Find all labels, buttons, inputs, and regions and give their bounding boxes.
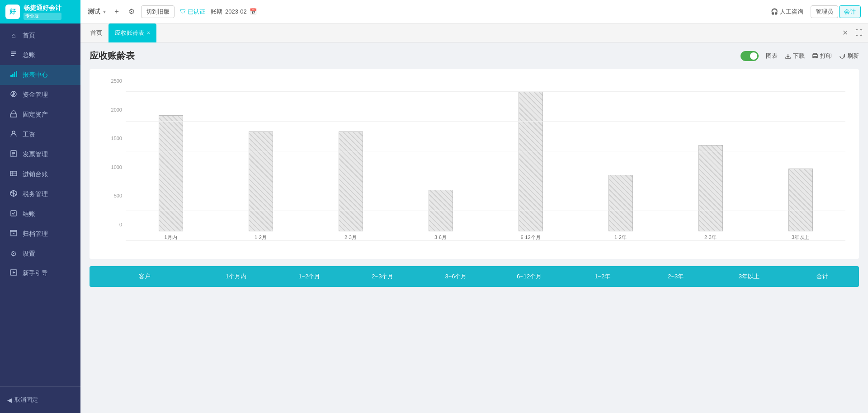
sidebar-item-label: 首页: [23, 32, 35, 40]
col-header-2-3month: 2~3个月: [346, 266, 419, 287]
sidebar-item-fund[interactable]: 资金管理: [0, 85, 80, 105]
workspace-selector[interactable]: 测试 ▾: [88, 8, 106, 16]
x-label-2-3year: 2-3年: [704, 234, 717, 241]
calendar-icon[interactable]: 📅: [250, 8, 257, 15]
tab-bar: 首页 应收账龄表 × ✕ ⛶: [80, 23, 868, 42]
sidebar-item-archive[interactable]: 归档管理: [0, 224, 80, 244]
content-area: 首页 应收账龄表 × ✕ ⛶ 应收账龄表 图表 下载: [80, 23, 868, 413]
admin-btn[interactable]: 管理员: [811, 5, 838, 18]
cancel-fixed-btn[interactable]: ◀ 取消固定: [0, 391, 80, 408]
chart-container: 0 500 1000 1500 2000 2500: [90, 69, 859, 259]
add-btn[interactable]: ＋: [111, 5, 122, 18]
sidebar-item-label: 固定资产: [23, 111, 48, 119]
svg-rect-1: [11, 53, 16, 54]
verified-badge: 🛡 已认证: [180, 8, 205, 16]
pin-icon: ◀: [7, 397, 12, 404]
refresh-icon: [839, 53, 845, 59]
accountant-btn[interactable]: 会计: [839, 5, 861, 18]
tab-accounts-aging[interactable]: 应收账龄表 ×: [108, 23, 156, 42]
bar-group-3-6month: 3-6月: [396, 92, 486, 241]
topbar: 测试 ▾ ＋ ⚙ 切到旧版 🛡 已认证 账期 2023-02 📅 🎧 人工咨询 …: [80, 0, 868, 23]
tab-bar-right: ✕ ⛶: [840, 28, 864, 38]
y-label-2000: 2000: [103, 107, 126, 113]
x-label-3-6month: 3-6月: [434, 234, 447, 241]
sidebar-item-tax[interactable]: 税务管理: [0, 184, 80, 204]
support-btn[interactable]: 🎧 人工咨询: [771, 8, 803, 16]
col-header-3plus-year: 3年以上: [712, 266, 786, 287]
sidebar-item-label: 总账: [23, 51, 35, 59]
tab-home[interactable]: 首页: [84, 23, 108, 42]
sidebar-item-label: 归档管理: [23, 230, 48, 238]
verified-text: 已认证: [188, 8, 205, 16]
sidebar-item-ledger[interactable]: 总账: [0, 45, 80, 65]
sidebar-item-trade[interactable]: 进销台账: [0, 164, 80, 184]
x-label-1-2year: 1-2年: [614, 234, 627, 241]
trade-icon: [9, 170, 18, 179]
sidebar-item-asset[interactable]: 固定资产: [0, 105, 80, 125]
bar-group-1month: 1月内: [126, 92, 216, 241]
bar-3plus-year: [788, 169, 813, 231]
y-axis: 0 500 1000 1500 2000 2500: [103, 78, 126, 227]
cancel-fixed-label: 取消固定: [14, 396, 38, 404]
bar-6-12month: [519, 92, 543, 231]
bar-group-2-3year: 2-3年: [665, 92, 755, 241]
print-btn[interactable]: 打印: [812, 52, 832, 60]
y-label-1000: 1000: [103, 164, 126, 170]
tax-icon: [9, 190, 18, 199]
sidebar-item-label: 资金管理: [23, 91, 48, 99]
x-label-1month: 1月内: [164, 234, 177, 241]
sidebar-nav: ⌂ 首页 总账 报表中心 资金管理: [0, 23, 80, 386]
tab-close-btn[interactable]: ✕: [840, 28, 850, 38]
guide-icon: [9, 269, 18, 278]
col-header-total: 合计: [786, 266, 859, 287]
home-icon: ⌂: [9, 32, 18, 40]
sidebar-item-guide[interactable]: 新手引导: [0, 263, 80, 283]
app-name: 畅捷通好会计: [24, 4, 61, 12]
page-content: 应收账龄表 图表 下载 打印 刷新: [80, 42, 868, 413]
y-label-500: 500: [103, 193, 126, 198]
ledger-icon: [9, 51, 18, 60]
x-label-6-12month: 6-12个月: [520, 234, 540, 241]
chart-plot: 1月内 1-2月 2-3月 3-6月: [126, 92, 845, 241]
tab-close-icon[interactable]: ×: [147, 30, 150, 36]
svg-rect-3: [10, 75, 12, 77]
svg-rect-24: [814, 56, 816, 58]
sidebar-item-wage[interactable]: 工资: [0, 125, 80, 145]
tab-home-label: 首页: [90, 29, 102, 37]
settings-btn[interactable]: ⚙: [127, 5, 137, 18]
sidebar-item-report[interactable]: 报表中心: [0, 65, 80, 85]
archive-icon: [9, 230, 18, 239]
bar-group-1-2month: 1-2月: [216, 92, 306, 241]
bar-1-2month: [249, 131, 273, 231]
svg-rect-2: [11, 55, 14, 56]
chart-area: 0 500 1000 1500 2000 2500: [103, 78, 845, 241]
sidebar-item-settings[interactable]: ⚙ 设置: [0, 244, 80, 263]
table-container: 客户 1个月内 1~2个月 2~3个月 3~6个月 6~12个月 1~2年 2~…: [90, 266, 859, 287]
app-logo: 好 畅捷通好会计 专业版: [0, 0, 80, 23]
bar-group-2-3month: 2-3月: [306, 92, 396, 241]
app-edition: 专业版: [24, 13, 61, 20]
tab-expand-btn[interactable]: ⛶: [854, 28, 864, 38]
settle-icon: [9, 210, 18, 219]
refresh-btn[interactable]: 刷新: [839, 52, 859, 60]
sidebar-item-home[interactable]: ⌂ 首页: [0, 26, 80, 45]
col-header-1-2month: 1~2个月: [273, 266, 346, 287]
y-label-2500: 2500: [103, 78, 126, 84]
sidebar-item-label: 工资: [23, 131, 35, 139]
svg-rect-14: [10, 171, 17, 176]
bar-1month: [159, 115, 183, 231]
x-label-2-3month: 2-3月: [344, 234, 357, 241]
download-btn[interactable]: 下载: [785, 52, 805, 60]
sidebar-item-settle[interactable]: 结账: [0, 204, 80, 224]
bar-group-6-12month: 6-12个月: [486, 92, 576, 241]
sidebar-item-invoice[interactable]: 发票管理: [0, 145, 80, 164]
bar-group-1-2year: 1-2年: [576, 92, 665, 241]
col-header-1month: 1个月内: [199, 266, 273, 287]
chart-toggle[interactable]: [741, 51, 759, 61]
chart-label: 图表: [766, 52, 778, 60]
svg-point-9: [12, 131, 15, 134]
switch-version-btn[interactable]: 切到旧版: [141, 5, 175, 18]
period-value: 2023-02: [225, 8, 247, 15]
sidebar-item-label: 税务管理: [23, 190, 48, 198]
period-label: 账期: [211, 8, 222, 16]
